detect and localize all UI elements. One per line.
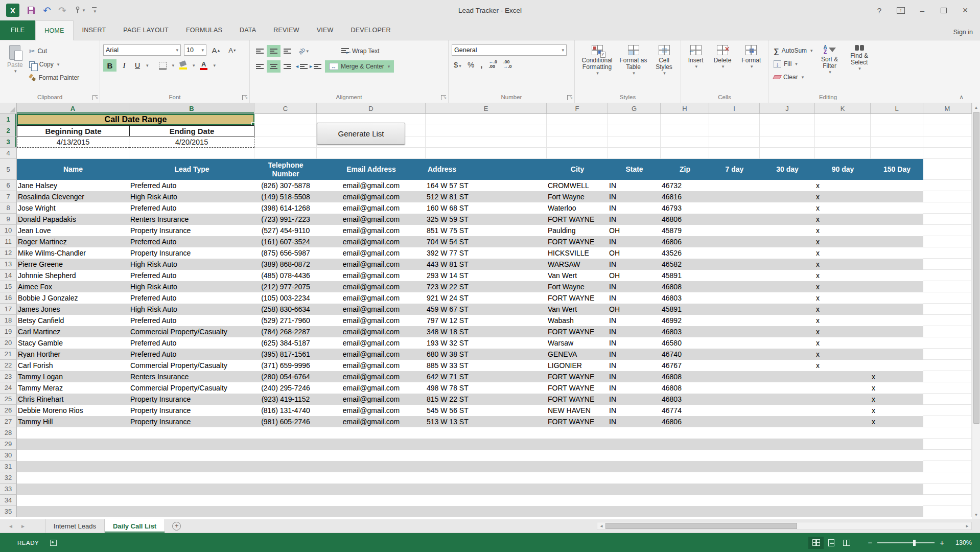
cell[interactable]	[760, 148, 815, 159]
row-header-9[interactable]: 9	[0, 214, 17, 225]
cell[interactable]	[547, 148, 608, 159]
touch-mode-icon[interactable]: ▾	[74, 6, 85, 14]
percent-style-button[interactable]: %	[468, 60, 474, 69]
table-row-cell[interactable]: Property Insurance	[129, 225, 254, 236]
cell[interactable]	[661, 472, 709, 484]
table-row-cell[interactable]	[760, 191, 815, 202]
table-row-cell[interactable]: 815 W 22 ST	[426, 394, 547, 405]
cell[interactable]	[871, 472, 923, 484]
cell[interactable]	[129, 427, 254, 439]
table-row-cell[interactable]	[709, 349, 760, 360]
table-row-cell[interactable]	[760, 349, 815, 360]
cell[interactable]	[547, 114, 608, 125]
cell[interactable]	[547, 450, 608, 461]
table-row-cell[interactable]: Waterloo	[547, 202, 608, 214]
table-row-cell[interactable]	[760, 315, 815, 326]
table-row-cell[interactable]: (389) 868-0872	[254, 259, 317, 270]
cell[interactable]	[709, 484, 760, 495]
cell[interactable]	[426, 484, 547, 495]
table-row-cell[interactable]: Preferred Auto	[129, 180, 254, 191]
cell[interactable]	[661, 495, 709, 506]
table-row-cell[interactable]	[760, 382, 815, 394]
table-row-cell[interactable]: email@gmail.com	[317, 371, 426, 382]
cell[interactable]	[17, 427, 129, 439]
cell[interactable]	[317, 472, 426, 484]
table-row-cell[interactable]	[709, 259, 760, 270]
table-row-cell[interactable]: x	[815, 304, 871, 315]
cell[interactable]	[815, 114, 871, 125]
center-button[interactable]	[267, 60, 281, 73]
cell[interactable]	[923, 405, 972, 416]
table-row-cell[interactable]	[871, 214, 923, 225]
column-header-A[interactable]: A	[17, 103, 129, 114]
table-row-cell[interactable]: 46774	[661, 405, 709, 416]
table-row-cell[interactable]: IN	[608, 191, 661, 202]
table-row-cell[interactable]: 46806	[661, 416, 709, 427]
table-header-cell[interactable]: 90 day	[815, 159, 871, 180]
table-row-cell[interactable]: (149) 518-5508	[254, 191, 317, 202]
format-painter-button[interactable]: Format Painter	[27, 71, 81, 84]
cell[interactable]	[760, 506, 815, 517]
table-row-cell[interactable]: Jean Love	[17, 225, 129, 236]
cell[interactable]	[426, 125, 547, 136]
cell[interactable]	[760, 484, 815, 495]
table-row-cell[interactable]: IN	[608, 405, 661, 416]
table-row-cell[interactable]: Carl Forish	[17, 360, 129, 371]
table-row-cell[interactable]: x	[871, 405, 923, 416]
table-row-cell[interactable]	[709, 270, 760, 281]
cell[interactable]	[923, 136, 972, 148]
increase-font-size-button[interactable]: A▲	[209, 46, 223, 55]
cell[interactable]	[815, 461, 871, 472]
cell[interactable]	[547, 439, 608, 450]
select-all-corner[interactable]	[0, 103, 17, 114]
table-row-cell[interactable]	[709, 281, 760, 292]
cell[interactable]	[426, 472, 547, 484]
fill-button[interactable]: ↓Fill▾	[772, 57, 815, 71]
sheet-nav-right-icon[interactable]: ►	[20, 523, 26, 529]
dialog-launcher-icon[interactable]	[567, 95, 572, 100]
table-row-cell[interactable]	[760, 225, 815, 236]
cell[interactable]	[129, 148, 254, 159]
cut-button[interactable]: ✂Cut	[27, 44, 81, 58]
table-row-cell[interactable]: IN	[608, 382, 661, 394]
table-header-cell[interactable]: Lead Type	[129, 159, 254, 180]
table-row-cell[interactable]	[760, 281, 815, 292]
table-header-cell[interactable]: Zip	[661, 159, 709, 180]
table-row-cell[interactable]: email@gmail.com	[317, 191, 426, 202]
table-row-cell[interactable]	[815, 371, 871, 382]
table-row-cell[interactable]: 46803	[661, 394, 709, 405]
table-row-cell[interactable]: Property Insurance	[129, 247, 254, 259]
row-header-14[interactable]: 14	[0, 270, 17, 281]
column-header-C[interactable]: C	[254, 103, 317, 114]
scroll-down-icon[interactable]: ▼	[972, 511, 980, 519]
borders-button[interactable]	[157, 59, 169, 72]
sort-filter-button[interactable]: AZ Sort & Filter▾	[815, 43, 845, 93]
ribbon-tab-formulas[interactable]: FORMULAS	[177, 20, 231, 40]
cell[interactable]	[547, 136, 608, 148]
cell[interactable]	[923, 304, 972, 315]
cell[interactable]	[760, 427, 815, 439]
table-row-cell[interactable]: 325 W 59 ST	[426, 214, 547, 225]
macro-record-icon[interactable]	[50, 540, 57, 546]
table-row-cell[interactable]: IN	[608, 360, 661, 371]
top-align-button[interactable]	[253, 45, 267, 57]
wrap-text-button[interactable]: ↩Wrap Text	[339, 44, 382, 58]
table-row-cell[interactable]: 545 W 56 ST	[426, 405, 547, 416]
table-row-cell[interactable]: 797 W 12 ST	[426, 315, 547, 326]
table-row-cell[interactable]: IN	[608, 315, 661, 326]
cell[interactable]	[608, 136, 661, 148]
ribbon-tab-file[interactable]: FILE	[0, 20, 35, 40]
cell-call-date-range-title[interactable]: Call Date Range	[17, 114, 254, 125]
table-row-cell[interactable]	[760, 236, 815, 247]
normal-view-button[interactable]	[808, 537, 824, 549]
table-row-cell[interactable]: 46808	[661, 382, 709, 394]
table-row-cell[interactable]	[760, 247, 815, 259]
table-row-cell[interactable]	[871, 326, 923, 337]
row-header-16[interactable]: 16	[0, 292, 17, 304]
cell[interactable]	[923, 394, 972, 405]
table-row-cell[interactable]	[760, 214, 815, 225]
table-row-cell[interactable]: FORT WAYNE	[547, 371, 608, 382]
table-row-cell[interactable]: Chris Rinehart	[17, 394, 129, 405]
table-header-cell[interactable]: State	[608, 159, 661, 180]
cell[interactable]	[760, 450, 815, 461]
